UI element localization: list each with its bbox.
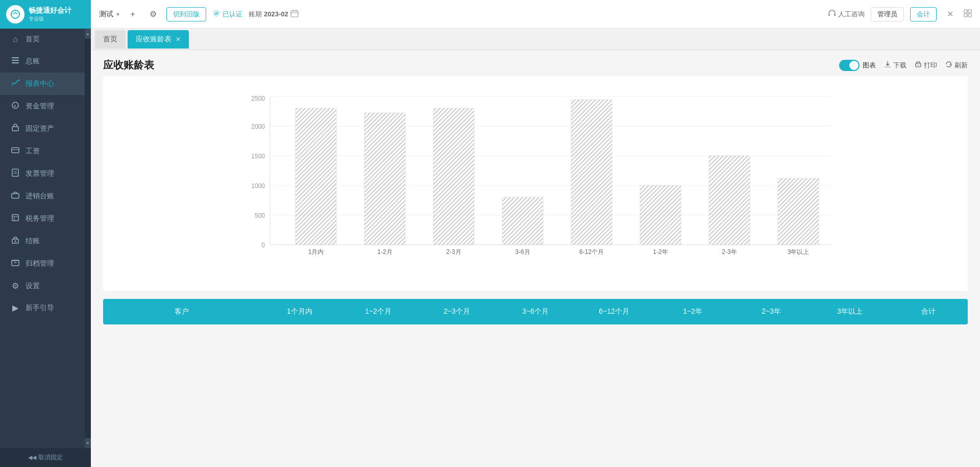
svg-text:0: 0 xyxy=(261,242,265,249)
sidebar-item-funds[interactable]: ¥ 资金管理 xyxy=(0,95,91,118)
th-3plus-year: 3年以上 xyxy=(811,299,889,324)
svg-text:¥: ¥ xyxy=(13,104,16,108)
svg-point-18 xyxy=(15,241,16,242)
svg-point-0 xyxy=(11,10,19,18)
logo-text: 畅捷通好会计 专业版 xyxy=(29,6,71,22)
scroll-down-arrow[interactable]: ▼ xyxy=(85,438,91,448)
reports-icon xyxy=(10,79,20,89)
consult-button[interactable]: 人工咨询 xyxy=(828,9,865,19)
inventory-icon xyxy=(10,191,20,201)
svg-text:1000: 1000 xyxy=(251,182,265,190)
th-6-12month: 6~12个月 xyxy=(575,299,653,324)
logo-icon xyxy=(6,5,24,24)
svg-text:1500: 1500 xyxy=(251,153,265,160)
sidebar-item-invoice[interactable]: 发票管理 xyxy=(0,162,91,185)
sidebar-scrollbar: ▲ ▼ xyxy=(85,29,91,448)
sidebar-item-archive[interactable]: 归档管理 xyxy=(0,252,91,275)
ledger-icon xyxy=(10,56,20,66)
headset-icon xyxy=(828,9,836,19)
expand-icon[interactable] xyxy=(964,9,972,19)
bar-2-3month xyxy=(433,108,474,245)
sidebar-logo: 畅捷通好会计 专业版 xyxy=(0,0,91,29)
svg-rect-31 xyxy=(968,14,971,17)
data-table: 客户 1个月内 1~2个月 2~3个月 3~6个月 6~12个月 1~2年 2~… xyxy=(103,299,968,324)
verified-badge: 已认证 xyxy=(212,9,242,19)
th-2-3month: 2~3个月 xyxy=(418,299,496,324)
tax-icon xyxy=(10,214,20,224)
guide-icon: ▶ xyxy=(10,303,20,313)
svg-rect-10 xyxy=(12,169,18,176)
svg-rect-1 xyxy=(12,57,19,58)
svg-text:2-3月: 2-3月 xyxy=(446,248,461,255)
th-3-6month: 3~6个月 xyxy=(496,299,575,324)
close-accounts-icon xyxy=(10,236,20,246)
close-icon[interactable]: ✕ xyxy=(947,9,953,19)
chart-toggle-switch[interactable] xyxy=(839,60,860,71)
cancel-fixed-btn[interactable]: ◀◀ 取消固定 xyxy=(0,448,91,467)
topbar-right: 人工咨询 管理员 会计 ✕ xyxy=(828,7,972,21)
payroll-icon xyxy=(10,146,20,156)
bar-1month xyxy=(296,108,336,245)
svg-rect-28 xyxy=(964,10,967,13)
sidebar-item-guide[interactable]: ▶ 新手引导 xyxy=(0,297,91,319)
svg-rect-8 xyxy=(12,148,19,153)
sidebar-item-tax[interactable]: 税务管理 xyxy=(0,207,91,230)
archive-icon xyxy=(10,259,20,269)
settings-icon: ⚙ xyxy=(10,281,20,291)
svg-text:3-6月: 3-6月 xyxy=(515,248,530,255)
download-button[interactable]: 下载 xyxy=(884,61,906,70)
settings-button[interactable]: ⚙ xyxy=(146,7,160,21)
svg-rect-33 xyxy=(917,65,920,65)
svg-rect-26 xyxy=(828,14,830,16)
tab-home[interactable]: 首页 xyxy=(95,30,126,49)
switch-version-button[interactable]: 切到旧版 xyxy=(166,7,206,21)
topbar: 测试 ▾ + ⚙ 切到旧版 已认证 账期 2023-02 xyxy=(91,0,980,29)
tab-aging[interactable]: 应收账龄表 ✕ xyxy=(128,30,189,49)
main-content: 测试 ▾ + ⚙ 切到旧版 已认证 账期 2023-02 xyxy=(91,0,980,467)
svg-text:1月内: 1月内 xyxy=(308,248,324,255)
calendar-icon[interactable] xyxy=(290,9,299,19)
home-icon: ⌂ xyxy=(10,35,20,44)
scroll-up-arrow[interactable]: ▲ xyxy=(85,29,91,39)
plus-icon: + xyxy=(130,10,135,19)
sidebar-item-reports[interactable]: 报表中心 xyxy=(0,73,91,95)
page-actions: 图表 下载 打印 刷新 xyxy=(839,60,968,71)
user-button[interactable]: 管理员 xyxy=(871,7,904,21)
sidebar-item-settings[interactable]: ⚙ 设置 xyxy=(0,275,91,297)
th-1-2month: 1~2个月 xyxy=(339,299,418,324)
svg-rect-2 xyxy=(12,60,19,61)
add-project-button[interactable]: + xyxy=(126,7,140,21)
svg-text:2-3年: 2-3年 xyxy=(722,248,737,255)
sidebar-item-home[interactable]: ⌂ 首页 xyxy=(0,29,91,50)
bar-3plus-year xyxy=(778,178,819,245)
svg-rect-3 xyxy=(12,62,19,63)
refresh-button[interactable]: 刷新 xyxy=(945,61,968,70)
svg-text:500: 500 xyxy=(255,212,265,219)
sidebar-item-close[interactable]: 结账 xyxy=(0,230,91,252)
print-button[interactable]: 打印 xyxy=(915,61,937,70)
th-1-2year: 1~2年 xyxy=(653,299,732,324)
sidebar-item-assets[interactable]: 固定资产 xyxy=(0,118,91,140)
print-icon xyxy=(915,61,922,69)
svg-text:3年以上: 3年以上 xyxy=(788,248,810,255)
project-selector[interactable]: 测试 ▾ xyxy=(99,10,119,19)
svg-rect-22 xyxy=(291,11,298,17)
sidebar: 畅捷通好会计 专业版 ⌂ 首页 总账 报表中心 xyxy=(0,0,91,467)
sidebar-item-payroll[interactable]: 工资 xyxy=(0,140,91,162)
svg-text:1-2年: 1-2年 xyxy=(653,248,668,255)
sidebar-item-ledger[interactable]: 总账 xyxy=(0,50,91,73)
svg-text:6-12个月: 6-12个月 xyxy=(579,248,604,255)
role-button[interactable]: 会计 xyxy=(910,7,937,21)
bar-1-2month xyxy=(364,113,405,245)
svg-text:2000: 2000 xyxy=(251,123,265,130)
page-title: 应收账龄表 xyxy=(103,58,154,72)
th-total: 合计 xyxy=(889,299,968,324)
bar-chart: 0 500 1000 1500 2000 2500 1月内 xyxy=(113,86,958,281)
table-header: 客户 1个月内 1~2个月 2~3个月 3~6个月 6~12个月 1~2年 2~… xyxy=(103,299,968,324)
sidebar-item-inventory[interactable]: 进销台账 xyxy=(0,185,91,207)
invoice-icon xyxy=(10,169,20,179)
download-icon xyxy=(884,61,891,69)
tab-close-icon[interactable]: ✕ xyxy=(176,36,181,43)
svg-rect-29 xyxy=(968,10,971,13)
svg-rect-19 xyxy=(12,261,19,266)
